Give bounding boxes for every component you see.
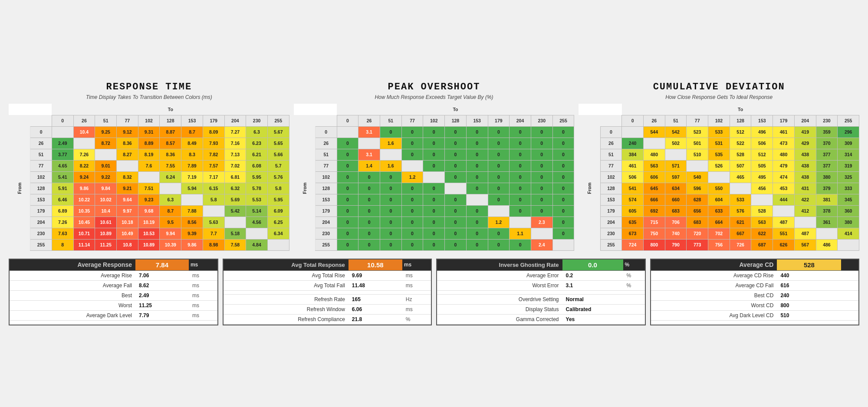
matrix-cell: 756 [708,239,730,250]
stat-unit [841,270,858,280]
stat-label: Average CD Fall [651,280,777,290]
matrix-cell: 495 [751,171,773,183]
row-header: 26 [600,138,622,149]
matrix-cell: 773 [687,239,708,250]
matrix-cell: 0 [466,205,488,217]
matrix-cell: 3.1 [358,126,380,138]
stat-val: 8.62 [135,280,189,290]
matrix-cell: 550 [708,183,730,194]
matrix-cell: 8.27 [117,149,138,160]
matrix-cell: 800 [643,239,665,250]
stat-unit [623,314,645,324]
stat-val: Calibrated [562,304,623,314]
matrix-cell: 687 [751,239,773,250]
matrix-cell [423,171,445,183]
matrix-cell: 480 [643,149,665,160]
matrix-cell: 10.45 [73,217,95,228]
col-header: 102 [423,115,445,126]
section-peak-overshoot: PEAK OVERSHOOTHow Much Response Exceeds … [294,82,575,251]
matrix-cell: 479 [773,160,795,171]
matrix-cell: 7.57 [203,160,224,171]
matrix-cell [794,217,816,228]
matrix-cell [510,217,531,228]
col-header: 77 [117,115,138,126]
row-header: 51 [315,149,337,160]
row-header: 179 [30,205,52,217]
matrix-cell [267,239,289,250]
col-header: 102 [708,115,730,126]
matrix-cell: 0 [423,194,445,205]
col-header: 26 [73,115,95,126]
corner-0 [30,115,52,126]
matrix-cell: 0 [488,126,510,138]
stat-label: Avg Total Rise [224,270,349,280]
stat-label: Overdrive Setting [437,294,562,304]
stat-unit [623,294,645,304]
avg-total-unit: ms [402,259,431,271]
matrix-cell: 0 [358,183,380,194]
matrix-cell: 11.14 [73,239,95,250]
matrix-cell: 9.39 [181,228,203,239]
matrix-cell: 360 [838,205,859,217]
stat-label: Best [10,290,135,300]
stat-val [349,290,402,294]
matrix-cell: 0 [488,239,510,250]
stat-label: Worst CD [651,300,777,310]
matrix-cell: 0 [445,194,467,205]
matrix-cell: 544 [643,126,665,138]
matrix-cell: 377 [816,149,838,160]
row-header: 77 [315,160,337,171]
matrix-cell: 0 [488,171,510,183]
matrix-cell: 474 [773,171,795,183]
matrix-cell: 0 [510,126,531,138]
matrix-cell: 0 [423,126,445,138]
matrix-cell: 431 [794,183,816,194]
matrix-cell: 0 [445,160,467,171]
matrix-cell: 473 [773,138,795,149]
matrix-cell: 506 [751,138,773,149]
matrix-cell [838,239,859,250]
matrix-cell: 0 [552,217,574,228]
stat-unit: % [623,280,645,290]
avg-response-unit: ms [189,259,217,271]
stat-label: Worst Error [437,280,562,290]
matrix-cell: 0 [552,183,574,194]
matrix-cell [816,228,838,239]
matrix-cell [488,205,510,217]
matrix-cell: 606 [643,171,665,183]
matrix-cell: 0 [488,183,510,194]
matrix-cell: 0 [358,228,380,239]
matrix-cell [380,149,401,160]
row-header: 102 [600,171,622,183]
stat-label: Refresh Rate [224,294,349,304]
col-header: 179 [488,115,510,126]
stat-unit [841,290,858,300]
ghosting-label: Inverse Ghosting Rate [437,259,562,271]
matrix-cell: 0 [466,149,488,160]
matrix-cell: 692 [643,205,665,217]
col-header: 26 [358,115,380,126]
matrix-cell: 0 [466,171,488,183]
row-header: 153 [600,194,622,205]
matrix-cell [708,171,730,183]
matrix-cell: 0 [401,183,423,194]
matrix-cell: 0 [380,171,401,183]
matrix-cell: 0 [358,205,380,217]
matrix-cell: 576 [730,205,751,217]
matrix-cell: 596 [687,183,708,194]
matrix-cell: 7.27 [224,126,246,138]
matrix-cell: 5.76 [267,171,289,183]
matrix-cell: 523 [687,126,708,138]
matrix-cell: 1.6 [380,160,401,171]
matrix-cell: 664 [708,217,730,228]
stat-unit: ms [402,304,431,314]
stat-label: Average Fall [10,280,135,290]
stat-val: 11.48 [349,280,402,290]
matrix-cell: 0 [445,171,467,183]
stat-val: Normal [562,294,623,304]
matrix-cell: 0 [380,183,401,194]
row-header: 128 [315,183,337,194]
matrix-cell: 0 [401,194,423,205]
matrix-cell: 0 [401,205,423,217]
matrix-cell: 359 [816,126,838,138]
